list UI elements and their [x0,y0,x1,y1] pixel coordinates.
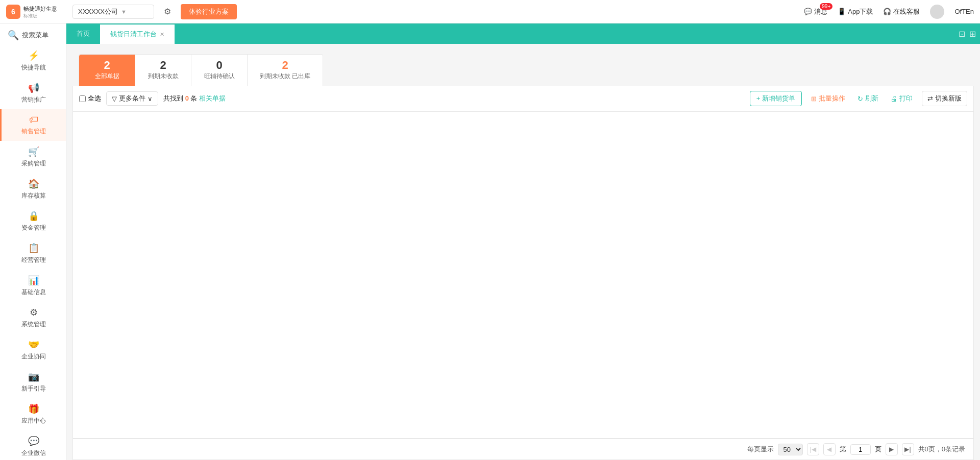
wangpu-count: 0 [204,60,235,71]
enterprise-icon: 🤝 [28,339,39,350]
top-header: 6 畅捷通好生意 标准版 XXXXXX公司 ▼ ⚙ 体验行业方案 💬 消息 99… [0,0,980,23]
sidebar-item-label: 库存核算 [21,191,46,200]
sidebar-item-operations[interactable]: 📋 经营管理 [0,237,66,270]
tab-home-label: 首页 [77,29,90,38]
purchase-icon: 🛒 [28,146,39,157]
page-content: 2 全部单据 2 到期未收款 0 旺辅待确认 2 到期未收款 已出库 [66,44,980,460]
summary-tabs: 2 全部单据 2 到期未收款 0 旺辅待确认 2 到期未收款 已出库 [79,54,323,86]
refresh-icon: ↻ [857,95,863,103]
pagination-bar: 每页显示 50 |◀ ◀ 第 页 ▶ ▶| 共0页，0条记录 [72,439,974,460]
toolbar: 全选 ▽ 更多条件 ∨ 共找到 0 条 相关单据 + 新增销货单 ⊞ [72,86,974,112]
wangpu-label: 旺辅待确认 [204,72,235,81]
maximize-icon[interactable]: ⊞ [969,29,976,39]
sidebar-item-label: 应用中心 [21,417,46,425]
sidebar-item-purchase[interactable]: 🛒 采购管理 [0,141,66,173]
headset-icon: 🎧 [883,8,891,15]
batch-icon: ⊞ [811,95,817,103]
refresh-btn[interactable]: ↻ 刷新 [854,92,881,105]
sidebar-item-search[interactable]: 🔍 搜索菜单 [0,26,66,45]
online-service-label: 在线客服 [893,7,920,16]
page-input[interactable] [850,444,871,455]
app-center-icon: 🎁 [28,403,39,415]
message-btn[interactable]: 💬 消息 99+ [804,7,827,16]
per-page-select[interactable]: 50 [778,444,803,455]
experience-btn[interactable]: 体验行业方案 [181,4,237,19]
batch-label: 批量操作 [819,94,845,103]
message-icon: 💬 [804,8,812,15]
tab-workstation[interactable]: 钱货日清工作台 ✕ [100,23,175,44]
sidebar-item-label: 快捷导航 [21,63,46,72]
sidebar-item-app-center[interactable]: 🎁 应用中心 [0,398,66,430]
select-all-checkbox[interactable]: 全选 [79,94,101,103]
switch-version-btn[interactable]: ⇄ 切换新版 [922,91,967,106]
tab-workstation-label: 钱货日清工作台 [110,30,157,39]
toolbar-right: + 新增销货单 ⊞ 批量操作 ↻ 刷新 🖨 打印 ⇄ [750,91,967,106]
summary-tab-overdue-out[interactable]: 2 到期未收款 已出库 [248,55,323,86]
app-download-btn[interactable]: 📱 App下载 [838,7,873,16]
main-layout: 🔍 搜索菜单 ⚡ 快捷导航 📢 营销推广 🏷 销售管理 🛒 采购管理 🏠 库存核… [0,23,980,460]
sidebar-item-label: 采购管理 [21,159,46,168]
first-page-btn[interactable]: |◀ [807,443,819,455]
select-all-input[interactable] [79,95,86,102]
found-unit: 条 [190,94,197,102]
sidebar-item-quick-nav[interactable]: ⚡ 快捷导航 [0,45,66,77]
minimize-icon[interactable]: ⊡ [959,29,965,39]
overdue-out-label: 到期未收款 已出库 [260,72,310,81]
app-download-label: App下载 [848,7,873,16]
inventory-icon: 🏠 [28,178,39,189]
sidebar-item-marketing[interactable]: 📢 营销推广 [0,77,66,109]
sidebar-item-label: 系统管理 [21,320,46,329]
summary-tab-wangpu[interactable]: 0 旺辅待确认 [191,55,248,86]
header-right: 💬 消息 99+ 📱 App下载 🎧 在线客服 OfTEn [804,5,974,19]
tab-actions: ⊡ ⊞ [959,23,980,44]
content-area: 首页 钱货日清工作台 ✕ ⊡ ⊞ 2 全部单据 [66,23,980,460]
guide-icon: 📷 [28,371,39,382]
switch-label: 切换新版 [935,94,962,103]
online-service-btn[interactable]: 🎧 在线客服 [883,7,920,16]
sidebar-item-system[interactable]: ⚙ 系统管理 [0,302,66,334]
company-name: XXXXXX公司 [78,7,118,16]
sidebar-item-sales[interactable]: 🏷 销售管理 [0,109,66,141]
select-all-label: 全选 [88,94,101,103]
operations-icon: 📋 [28,243,39,254]
filter-icon: ▽ [112,95,117,103]
settings-icon[interactable]: ⚙ [159,4,176,20]
tab-home[interactable]: 首页 [66,23,100,44]
sidebar-item-label: 营销推广 [21,95,46,104]
page-suffix: 页 [875,445,881,454]
found-count: 0 [185,94,189,102]
found-text: 共找到 0 条 相关单据 [163,94,226,103]
sidebar-item-inventory[interactable]: 🏠 库存核算 [0,173,66,205]
print-label: 打印 [899,94,913,103]
total-text: 共0页，0条记录 [918,445,965,454]
next-page-btn[interactable]: ▶ [886,443,898,455]
batch-operation-btn[interactable]: ⊞ 批量操作 [808,92,848,105]
sidebar-item-label: 企业微信 [21,449,46,457]
sidebar-item-enterprise[interactable]: 🤝 企业协同 [0,334,66,366]
prev-page-btn[interactable]: ◀ [823,443,836,455]
summary-tab-overdue[interactable]: 2 到期未收款 [135,55,191,86]
print-btn[interactable]: 🖨 打印 [888,92,916,105]
sidebar-item-weixin[interactable]: 💬 企业微信 [0,430,66,460]
message-badge: 99+ [820,3,832,10]
add-sales-order-btn[interactable]: + 新增销货单 [750,91,802,106]
print-icon: 🖨 [891,95,897,103]
avatar[interactable] [930,5,944,19]
all-count: 2 [91,60,122,71]
filter-btn[interactable]: ▽ 更多条件 ∨ [106,91,158,106]
company-selector[interactable]: XXXXXX公司 ▼ [72,5,154,19]
sidebar-item-label: 资金管理 [21,224,46,232]
close-icon[interactable]: ✕ [160,31,164,38]
sidebar-item-finance[interactable]: 🔒 资金管理 [0,205,66,237]
user-name[interactable]: OfTEn [954,8,974,15]
found-prefix: 共找到 [163,94,183,102]
last-page-btn[interactable]: ▶| [902,443,914,455]
overdue-label: 到期未收款 [148,72,179,81]
sidebar-item-basics[interactable]: 📊 基础信息 [0,270,66,302]
sidebar-item-label: 经营管理 [21,256,46,264]
found-link[interactable]: 相关单据 [199,94,226,102]
summary-tab-all[interactable]: 2 全部单据 [79,55,135,86]
sidebar-item-guide[interactable]: 📷 新手引导 [0,366,66,398]
app-download-icon: 📱 [838,8,846,15]
logo-area: 6 畅捷通好生意 标准版 [6,4,72,19]
